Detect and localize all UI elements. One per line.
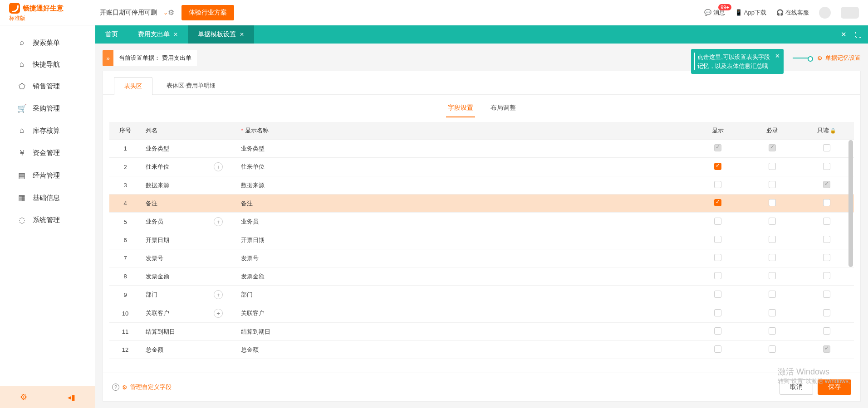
add-icon[interactable]: +	[214, 309, 223, 318]
table-row[interactable]: 9部门+部门	[109, 286, 854, 304]
support-button[interactable]: 🎧 在线客服	[776, 9, 809, 17]
memory-settings-link[interactable]: ⚙ 单据记忆设置	[817, 54, 861, 62]
checkbox[interactable]	[714, 163, 721, 170]
checkbox[interactable]	[823, 291, 830, 298]
checkbox[interactable]	[823, 236, 830, 243]
checkbox[interactable]	[714, 218, 721, 225]
checkbox[interactable]	[769, 254, 776, 261]
account-selector[interactable]: 开账日期可停用可删 ⌄	[100, 9, 168, 17]
sidebar-item[interactable]: ￥资金管理	[0, 141, 95, 165]
checkbox[interactable]	[769, 163, 776, 170]
industry-plan-button[interactable]: 体验行业方案	[181, 5, 234, 20]
scrollbar-thumb[interactable]	[848, 140, 853, 267]
fullscreen-icon[interactable]: ⛶	[855, 31, 862, 39]
expand-handle-icon[interactable]: »	[103, 50, 113, 66]
page-tab[interactable]: 单据模板设置✕	[188, 25, 254, 44]
cell-display[interactable]: 业务类型	[236, 140, 691, 158]
checkbox[interactable]	[714, 254, 721, 261]
checkbox[interactable]	[823, 309, 830, 316]
table-row[interactable]: 1业务类型业务类型	[109, 140, 854, 158]
cancel-button[interactable]: 取消	[780, 379, 813, 395]
cell-display[interactable]: 往来单位	[236, 158, 691, 176]
checkbox[interactable]	[823, 218, 830, 225]
cell-display[interactable]: 部门	[236, 286, 691, 304]
tab-close-icon[interactable]: ✕	[240, 31, 244, 38]
col-display: *显示名称	[236, 122, 691, 140]
tab-close-icon[interactable]: ✕	[173, 31, 178, 38]
cell-display[interactable]: 开票日期	[236, 231, 691, 249]
table-row[interactable]: 8发票金额发票金额	[109, 267, 854, 286]
sidebar-item[interactable]: ⬠销售管理	[0, 75, 95, 97]
cell-display[interactable]: 关联客户	[236, 304, 691, 323]
table-row[interactable]: 10关联客户+关联客户	[109, 304, 854, 323]
settings-icon[interactable]: ⚙	[20, 392, 27, 402]
avatar-large[interactable]	[841, 7, 859, 19]
sidebar-item[interactable]: ⌂快捷导航	[0, 53, 95, 75]
checkbox[interactable]	[769, 327, 776, 335]
save-button[interactable]: 保存	[818, 379, 851, 395]
cell-display[interactable]: 发票号	[236, 249, 691, 267]
section-tab-body[interactable]: 表体区-费用单明细	[156, 77, 226, 94]
inner-tab-layout[interactable]: 布局调整	[489, 101, 518, 117]
checkbox[interactable]	[769, 236, 776, 243]
checkbox[interactable]	[823, 254, 830, 261]
cell-display[interactable]: 发票金额	[236, 267, 691, 286]
avatar-small[interactable]	[819, 7, 831, 19]
checkbox[interactable]	[823, 163, 830, 170]
table-row[interactable]: 5业务员+业务员	[109, 213, 854, 231]
manage-custom-fields-link[interactable]: ? ⚙ 管理自定义字段	[112, 383, 172, 391]
table-scroll[interactable]: 序号 列名 *显示名称 显示 必录 只读🔒 1业务类型业务类型2往来单位+往来单…	[109, 122, 854, 373]
checkbox[interactable]	[714, 327, 721, 335]
checkbox[interactable]	[714, 199, 721, 206]
checkbox[interactable]	[769, 291, 776, 298]
inner-tab-field[interactable]: 字段设置	[446, 101, 475, 117]
download-button[interactable]: 📱 App下载	[735, 9, 766, 17]
table-row[interactable]: 12总金额总金额	[109, 341, 854, 359]
page-tab[interactable]: 费用支出单✕	[128, 25, 188, 44]
table-row[interactable]: 4备注备注	[109, 194, 854, 213]
section-tab-header[interactable]: 表头区	[114, 77, 152, 95]
checkbox[interactable]	[714, 345, 721, 353]
sidebar-item[interactable]: 🛒采购管理	[0, 97, 95, 120]
cell-display[interactable]: 数据来源	[236, 176, 691, 194]
sidebar-item[interactable]: ▤经营管理	[0, 165, 95, 187]
checkbox[interactable]	[769, 272, 776, 279]
account-settings-icon[interactable]: ⚙	[168, 8, 174, 17]
table-row[interactable]: 11结算到期日结算到期日	[109, 323, 854, 341]
add-icon[interactable]: +	[214, 290, 223, 299]
checkbox	[823, 181, 830, 188]
page-tab[interactable]: 首页	[95, 25, 128, 44]
hint-close-icon[interactable]: ✕	[775, 52, 780, 61]
close-all-tabs-icon[interactable]: ✕	[841, 30, 847, 39]
checkbox[interactable]	[714, 181, 721, 188]
checkbox[interactable]	[714, 309, 721, 316]
add-icon[interactable]: +	[214, 162, 223, 171]
checkbox[interactable]	[714, 236, 721, 243]
checkbox[interactable]	[769, 345, 776, 353]
checkbox[interactable]	[714, 291, 721, 298]
checkbox[interactable]	[823, 327, 830, 335]
add-icon[interactable]: +	[214, 217, 223, 226]
checkbox[interactable]	[823, 199, 830, 206]
cell-display[interactable]: 业务员	[236, 213, 691, 231]
checkbox[interactable]	[714, 272, 721, 279]
checkbox[interactable]	[769, 218, 776, 225]
table-row[interactable]: 6开票日期开票日期	[109, 231, 854, 249]
sidebar-item[interactable]: ⌂库存核算	[0, 120, 95, 141]
checkbox[interactable]	[769, 309, 776, 316]
messages-button[interactable]: 💬 消息 99+	[704, 9, 725, 17]
sidebar-item[interactable]: ▦基础信息	[0, 187, 95, 209]
cell-display[interactable]: 备注	[236, 194, 691, 213]
checkbox[interactable]	[823, 144, 830, 151]
cell-display[interactable]: 总金额	[236, 341, 691, 359]
sidebar-item[interactable]: ◌系统管理	[0, 209, 95, 231]
checkbox[interactable]	[823, 272, 830, 279]
cell-display[interactable]: 结算到期日	[236, 323, 691, 341]
table-row[interactable]: 7发票号发票号	[109, 249, 854, 267]
sidebar-item[interactable]: ⌕搜索菜单	[0, 32, 95, 53]
collapse-sidebar-icon[interactable]: ◂▮	[68, 393, 75, 402]
table-row[interactable]: 2往来单位+往来单位	[109, 158, 854, 176]
checkbox[interactable]	[769, 181, 776, 188]
table-row[interactable]: 3数据来源数据来源	[109, 176, 854, 194]
checkbox[interactable]	[769, 199, 776, 206]
